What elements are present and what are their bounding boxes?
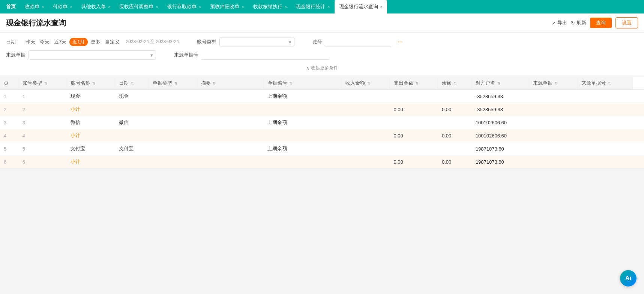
account-name-cell — [115, 155, 149, 169]
row-num: 6 — [0, 155, 19, 169]
table-body: 11现金现金上期余额-3528659.3322小计0.000.00-352865… — [0, 90, 644, 169]
date-btn-today[interactable]: 今天 — [38, 38, 51, 46]
query-button[interactable]: 查询 — [590, 18, 612, 28]
doc-type-cell — [197, 90, 264, 103]
date-btn-custom[interactable]: 自定义 — [104, 38, 121, 46]
table-row[interactable]: 55支付宝支付宝上期余额19871073.60 — [0, 142, 644, 155]
sort-icon-summary[interactable]: ⇅ — [213, 81, 216, 85]
close-icon[interactable]: × — [42, 4, 44, 9]
date-cell — [149, 155, 197, 169]
settings-button[interactable]: 设置 — [615, 17, 638, 28]
col-summary: 摘要 ⇅ — [197, 77, 264, 90]
doc-type-cell — [197, 155, 264, 169]
row-num: 3 — [0, 116, 19, 129]
sort-icon-counterpart[interactable]: ⇅ — [497, 81, 500, 85]
date-cell — [149, 142, 197, 155]
nav-item-home[interactable]: 首页 — [2, 0, 20, 13]
date-cell — [149, 103, 197, 116]
balance-cell: 100102606.60 — [472, 129, 529, 142]
sort-icon-source-doc-no[interactable]: ⇅ — [608, 81, 611, 85]
close-icon[interactable]: × — [285, 4, 287, 9]
row-num: 4 — [0, 129, 19, 142]
date-range-display: 2023-02-24 至 2023-03-24 — [126, 39, 179, 45]
balance-cell: 19871073.60 — [472, 142, 529, 155]
sort-icon-account-name[interactable]: ⇅ — [92, 81, 95, 85]
collapse-up-icon: ∧ — [306, 66, 309, 71]
sort-icon-expense[interactable]: ⇅ — [416, 81, 419, 85]
source-doc-select-wrap — [29, 50, 156, 60]
sort-icon-balance[interactable]: ⇅ — [454, 81, 457, 85]
table-row[interactable]: 22小计0.000.00-3528659.33 — [0, 103, 644, 116]
balance-cell: 19871073.60 — [472, 155, 529, 169]
doc-type-cell — [197, 116, 264, 129]
close-icon[interactable]: × — [156, 4, 158, 9]
nav-item-advance-offset[interactable]: 预收冲应收单 × — [206, 0, 248, 13]
source-doc-cell — [577, 142, 633, 155]
gear-icon[interactable]: ⚙ — [4, 80, 9, 86]
doc-type-cell — [197, 142, 264, 155]
date-btn-yesterday[interactable]: 昨天 — [24, 38, 37, 46]
nav-item-payment[interactable]: 付款单 × — [48, 0, 77, 13]
summary-cell — [264, 103, 342, 116]
date-btn-1month[interactable]: 近1月 — [69, 38, 88, 46]
col-summary-label: 摘要 — [201, 80, 211, 86]
table-row[interactable]: 33微信微信上期余额100102606.60 — [0, 116, 644, 129]
source-doc-cell — [577, 129, 633, 142]
close-icon[interactable]: × — [70, 4, 72, 9]
expense-cell — [438, 90, 472, 103]
nav-item-cash-stat[interactable]: 现金银行统计 × — [291, 0, 334, 13]
nav-item-cash-flow[interactable]: 现金银行流水查询 × — [335, 0, 387, 13]
table-row[interactable]: 66小计0.000.0019871073.60 — [0, 155, 644, 169]
account-label: 账号 — [312, 39, 322, 45]
date-btn-7days[interactable]: 近7天 — [53, 38, 68, 46]
expense-cell — [438, 142, 472, 155]
nav-item-receipt[interactable]: 收款单 × — [20, 0, 48, 13]
account-type-cell: 小计 — [67, 129, 115, 142]
account-type-cell: 现金 — [67, 90, 115, 103]
nav-item-verify-exec[interactable]: 收款核销执行 × — [249, 0, 291, 13]
close-icon[interactable]: × — [108, 4, 110, 9]
col-income-label: 收入金额 — [345, 80, 365, 86]
collapse-bar[interactable]: ∧ 收起更多条件 — [6, 63, 638, 73]
sort-icon-date[interactable]: ⇅ — [131, 81, 134, 85]
account-input[interactable] — [325, 37, 391, 46]
date-btn-more[interactable]: 更多 — [89, 38, 102, 46]
sort-icon-source-doc[interactable]: ⇅ — [555, 81, 558, 85]
nav-item-bank-deposit[interactable]: 银行存取款单 × — [163, 0, 206, 13]
sort-icon-doc-type[interactable]: ⇅ — [174, 81, 177, 85]
col-expense-label: 支出金额 — [394, 80, 413, 86]
refresh-icon: ↻ — [571, 20, 575, 26]
sort-icon-income[interactable]: ⇅ — [367, 81, 370, 85]
col-account-type: 账号类型 ⇅ — [19, 77, 67, 90]
close-icon[interactable]: × — [380, 4, 383, 9]
col-counterpart-label: 对方户名 — [476, 80, 495, 86]
export-button[interactable]: ↗ 导出 — [552, 19, 567, 26]
account-name-cell: 支付宝 — [115, 142, 149, 155]
nav-item-ar-ap-adjust[interactable]: 应收应付调整单 × — [115, 0, 162, 13]
account-name-cell — [115, 103, 149, 116]
account-name-cell: 现金 — [115, 90, 149, 103]
refresh-button[interactable]: ↻ 刷新 — [571, 19, 586, 26]
table-row[interactable]: 44小计0.000.00100102606.60 — [0, 129, 644, 142]
table-row[interactable]: 11现金现金上期余额-3528659.33 — [0, 90, 644, 103]
close-icon[interactable]: × — [242, 4, 244, 9]
row-num: 4 — [19, 129, 67, 142]
account-more-icon[interactable]: ··· — [397, 38, 403, 46]
source-doc-no-cell — [633, 116, 644, 129]
source-doc-select[interactable] — [29, 50, 156, 60]
close-icon[interactable]: × — [199, 4, 201, 9]
nav-item-other-income[interactable]: 其他收入单 × — [77, 0, 115, 13]
source-doc-cell — [577, 103, 633, 116]
sort-icon-account-type[interactable]: ⇅ — [44, 81, 47, 85]
close-icon[interactable]: × — [327, 4, 330, 9]
account-type-cell: 支付宝 — [67, 142, 115, 155]
col-source-doc-no: 来源单据号 ⇅ — [577, 77, 633, 90]
doc-no-cell — [342, 90, 390, 103]
sort-icon-doc-no[interactable]: ⇅ — [289, 81, 292, 85]
table-wrap: ⚙ 账号类型 ⇅ 账号名称 ⇅ 日期 ⇅ 单据类型 ⇅ — [0, 77, 644, 169]
summary-cell — [264, 129, 342, 142]
income-cell — [390, 116, 438, 129]
source-doc-num-input[interactable] — [201, 51, 329, 60]
account-type-cell: 微信 — [67, 116, 115, 129]
account-type-select[interactable] — [219, 37, 294, 46]
